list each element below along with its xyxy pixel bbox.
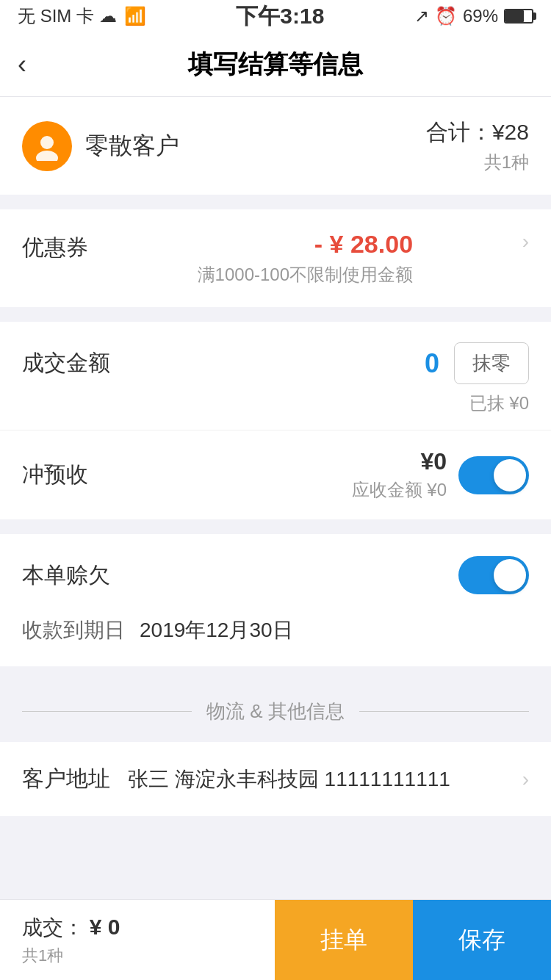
nav-bar: ‹ 填写结算等信息 <box>0 32 551 97</box>
address-value: 张三 海淀永丰科技园 11111111111 <box>128 765 522 793</box>
round-button[interactable]: 抹零 <box>454 342 529 384</box>
back-button[interactable]: ‹ <box>18 49 26 80</box>
address-chevron: › <box>522 768 529 791</box>
alarm-icon: ⏰ <box>435 6 457 26</box>
customer-right: 合计：¥28 共1种 <box>426 118 529 174</box>
customer-section: 零散客户 合计：¥28 共1种 <box>0 97 551 195</box>
status-right: ↗ ⏰ 69% <box>414 6 533 26</box>
due-date-row: 收款到期日 2019年12月30日 <box>0 616 551 666</box>
amount-value: 0 <box>425 348 439 379</box>
bottom-count: 共1种 <box>22 945 253 967</box>
status-time: 下午3:18 <box>236 1 324 32</box>
save-button[interactable]: 保存 <box>413 900 551 980</box>
debt-toggle-circle <box>494 559 526 591</box>
divider-line-right <box>359 711 529 712</box>
signal-text: 无 SIM 卡 ☁ <box>18 4 117 28</box>
wifi-icon: 📶 <box>124 6 146 26</box>
svg-point-0 <box>40 136 54 149</box>
amount-label: 成交金额 <box>22 348 110 378</box>
voucher-chevron: › <box>522 230 529 253</box>
debt-row: 本单赊欠 <box>0 534 551 616</box>
svg-point-1 <box>36 151 58 161</box>
bottom-deal: 成交： ¥ 0 <box>22 914 253 942</box>
voucher-label: 优惠券 <box>22 230 88 263</box>
bottom-bar: 成交： ¥ 0 共1种 挂单 保存 <box>0 899 551 980</box>
address-label: 客户地址 <box>22 764 110 794</box>
debt-section: 本单赊欠 收款到期日 2019年12月30日 <box>0 534 551 666</box>
status-bar: 无 SIM 卡 ☁ 📶 下午3:18 ↗ ⏰ 69% <box>0 0 551 32</box>
voucher-sub: 满1000-100不限制使用金额 <box>198 263 413 287</box>
customer-left: 零散客户 <box>22 121 179 171</box>
customer-total: 合计：¥28 <box>426 118 529 148</box>
prepay-label: 冲预收 <box>22 460 88 490</box>
address-section[interactable]: 客户地址 张三 海淀永丰科技园 11111111111 › <box>0 742 551 816</box>
amount-sub: 已抹 ¥0 <box>0 392 551 430</box>
avatar-icon <box>32 131 62 161</box>
voucher-right: - ¥ 28.00 满1000-100不限制使用金额 <box>198 230 413 287</box>
customer-count: 共1种 <box>426 151 529 174</box>
status-left: 无 SIM 卡 ☁ 📶 <box>18 4 146 28</box>
pending-button[interactable]: 挂单 <box>275 900 413 980</box>
page-title: 填写结算等信息 <box>188 48 363 82</box>
prepay-toggle[interactable] <box>458 456 529 494</box>
logistics-title: 物流 & 其他信息 <box>192 699 359 724</box>
amount-section: 成交金额 0 抹零 已抹 ¥0 冲预收 ¥0 应收金额 ¥0 <box>0 322 551 519</box>
customer-name: 零散客户 <box>85 130 179 162</box>
prepay-row: 冲预收 ¥0 应收金额 ¥0 <box>0 430 551 519</box>
due-date-value: 2019年12月30日 <box>140 616 293 644</box>
address-row[interactable]: 客户地址 张三 海淀永丰科技园 11111111111 › <box>0 742 551 816</box>
battery-icon <box>504 9 533 24</box>
due-date-label: 收款到期日 <box>22 616 125 644</box>
bottom-info: 成交： ¥ 0 共1种 <box>0 914 275 967</box>
voucher-discount: - ¥ 28.00 <box>198 230 413 259</box>
amount-right: 0 抹零 <box>425 342 529 384</box>
bottom-deal-value: ¥ 0 <box>90 915 120 939</box>
bottom-deal-label: 成交： <box>22 916 84 939</box>
prepay-right: ¥0 应收金额 ¥0 <box>352 448 529 502</box>
customer-avatar <box>22 121 72 171</box>
divider-line-left <box>22 711 192 712</box>
logistics-divider-section: 物流 & 其他信息 <box>0 681 551 742</box>
prepay-value: ¥0 <box>352 448 447 475</box>
content: 零散客户 合计：¥28 共1种 优惠券 - ¥ 28.00 满1000-100不… <box>0 97 551 904</box>
battery-percent: 69% <box>463 6 498 26</box>
toggle-circle <box>494 459 526 491</box>
bottom-buttons: 挂单 保存 <box>275 900 551 980</box>
logistics-divider: 物流 & 其他信息 <box>0 699 551 724</box>
voucher-section[interactable]: 优惠券 - ¥ 28.00 满1000-100不限制使用金额 › <box>0 209 551 307</box>
amount-row: 成交金额 0 抹零 <box>0 322 551 392</box>
location-icon: ↗ <box>414 6 429 26</box>
debt-toggle[interactable] <box>458 556 529 594</box>
prepay-amount: ¥0 应收金额 ¥0 <box>352 448 447 502</box>
debt-label: 本单赊欠 <box>22 561 110 591</box>
prepay-sub: 应收金额 ¥0 <box>352 478 447 502</box>
